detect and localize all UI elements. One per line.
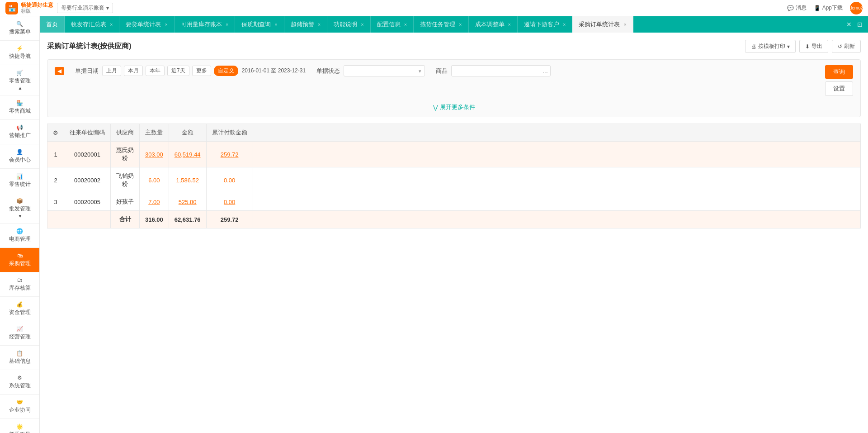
paid-link[interactable]: 259.72: [221, 151, 239, 158]
close-icon[interactable]: ×: [110, 22, 113, 27]
col-header-paid: 累计付款金额: [206, 124, 253, 142]
qty-link[interactable]: 6.00: [148, 177, 160, 184]
row-supplier: 好孩子: [111, 193, 140, 211]
row-paid: 0.00: [206, 167, 253, 193]
sidebar-item-retail-stats[interactable]: 📊 零售统计: [0, 169, 39, 193]
close-icon[interactable]: ×: [318, 22, 321, 27]
row-code: 00020001: [64, 142, 111, 167]
chevron-down-icon: ▼: [18, 214, 23, 219]
export-button[interactable]: ⬇ 导出: [799, 40, 828, 53]
date-custom-btn[interactable]: 自定义: [214, 66, 238, 76]
sidebar-item-search[interactable]: 🔍 搜索菜单: [0, 16, 39, 41]
query-button[interactable]: 查询: [825, 65, 853, 79]
row-index: 3: [47, 193, 64, 211]
paid-link[interactable]: 0.00: [224, 199, 235, 205]
date-this-year-btn[interactable]: 本年: [146, 66, 165, 76]
tab-available-inventory[interactable]: 可用量库存账本 ×: [175, 16, 235, 33]
date-quick-group: 上月 本月 本年 近7天 更多 自定义: [102, 66, 238, 76]
sidebar-item-system[interactable]: ⚙ 系统管理: [0, 370, 39, 395]
home-label: 首页: [46, 20, 58, 29]
paid-link[interactable]: 0.00: [224, 177, 235, 184]
gear-icon[interactable]: ⚙: [53, 129, 58, 136]
tab-expiry-query[interactable]: 保质期查询 ×: [235, 16, 284, 33]
tab-cost-adjust[interactable]: 成本调整单 ×: [469, 16, 518, 33]
amount-link[interactable]: 1,586.52: [176, 177, 199, 184]
tab-overstock-warning[interactable]: 超储预警 ×: [284, 16, 327, 33]
date-more-btn[interactable]: 更多: [192, 66, 211, 76]
dropdown-arrow-icon: ▾: [787, 43, 790, 50]
close-window-icon[interactable]: ✕: [844, 20, 854, 29]
export-icon: ⬇: [805, 43, 810, 50]
sidebar-item-member[interactable]: 👤 会员中心: [0, 144, 39, 169]
tab-requisition-stats[interactable]: 要货单统计表 ×: [119, 16, 174, 33]
retail-icon: 🛒: [16, 70, 23, 76]
status-select-wrap: [344, 65, 425, 76]
avatar[interactable]: demo2: [850, 2, 863, 14]
sidebar-item-retail-mall[interactable]: 🏪 零售商城: [0, 95, 39, 120]
footer-empty2: [64, 211, 111, 228]
close-icon[interactable]: ×: [459, 22, 462, 27]
logo-area: 🏪 畅捷通好生意 标版: [5, 2, 53, 14]
sidebar-item-enterprise[interactable]: 🤝 企业协同: [0, 395, 39, 419]
expand-more-button[interactable]: ⋁ 展开更多条件: [433, 103, 475, 111]
sidebar-item-quicknav[interactable]: ⚡ 快捷导航: [0, 41, 39, 65]
date-range-display: 2016-01-01 至 2023-12-31: [242, 67, 306, 75]
message-button[interactable]: 💬 消息: [787, 4, 807, 12]
page-content: 采购订单统计表(按供应商) 🖨 按模板打印 ▾ ⬇ 导出 ↺: [40, 33, 868, 433]
commodity-input[interactable]: [451, 65, 551, 76]
expand-icon: ⋁: [433, 104, 438, 111]
tab-function-desc[interactable]: 功能说明 ×: [327, 16, 370, 33]
filter-collapse-button[interactable]: ◀: [55, 67, 64, 75]
refresh-button[interactable]: ↺ 刷新: [832, 40, 861, 53]
tab-invite-downstream[interactable]: 邀请下游客户 ×: [518, 16, 572, 33]
status-select[interactable]: [344, 65, 425, 76]
sidebar-item-operations[interactable]: 📈 经营管理: [0, 321, 39, 346]
row-amount: 525.80: [169, 193, 206, 211]
sidebar-item-marketing[interactable]: 📢 营销推广: [0, 120, 39, 144]
tab-purchase-order-stats[interactable]: 采购订单统计表 ×: [572, 16, 633, 33]
setting-button[interactable]: 设置: [825, 81, 853, 96]
page-inner: 采购订单统计表(按供应商) 🖨 按模板打印 ▾ ⬇ 导出 ↺: [40, 33, 868, 433]
maximize-icon[interactable]: ⊡: [855, 20, 864, 29]
sidebar-item-purchase[interactable]: 🛍 采购管理: [0, 248, 39, 272]
sidebar-item-finance[interactable]: 💰 资金管理: [0, 297, 39, 321]
table-header-row: ⚙ 往来单位编码 供应商 主数量 金额 累计付款金额: [47, 124, 861, 142]
row-paid: 0.00: [206, 193, 253, 211]
close-icon[interactable]: ×: [563, 22, 566, 27]
filter-status-item: 单据状态: [316, 65, 425, 76]
tab-home[interactable]: 首页: [40, 16, 65, 33]
close-icon[interactable]: ×: [165, 22, 167, 27]
qty-link[interactable]: 7.00: [148, 199, 160, 205]
tab-config-info[interactable]: 配置信息 ×: [371, 16, 414, 33]
tab-pick-task[interactable]: 拣货任务管理 ×: [414, 16, 468, 33]
template-print-button[interactable]: 🖨 按模板打印 ▾: [745, 40, 796, 53]
col-header-supplier: 供应商: [111, 124, 140, 142]
sidebar-item-basic-info[interactable]: 📋 基础信息: [0, 346, 39, 370]
date-this-month-btn[interactable]: 本月: [124, 66, 143, 76]
close-icon[interactable]: ×: [361, 22, 363, 27]
close-icon[interactable]: ×: [404, 22, 407, 27]
sidebar-item-retail-mgmt[interactable]: 🛒 零售管理 ▲: [0, 65, 39, 95]
close-icon[interactable]: ×: [226, 22, 228, 27]
amount-link[interactable]: 60,519.44: [175, 151, 201, 158]
qty-link[interactable]: 303.00: [145, 151, 163, 158]
amount-link[interactable]: 525.80: [179, 199, 197, 205]
system-icon: ⚙: [17, 375, 22, 381]
filter-commodity-item: 商品 …: [436, 65, 551, 76]
close-icon[interactable]: ×: [508, 22, 511, 27]
more-icon[interactable]: …: [542, 67, 548, 74]
sidebar-item-inventory[interactable]: 🗂 库存核算: [0, 272, 39, 297]
logo-icon: 🏪: [5, 2, 18, 14]
workspace-selector[interactable]: 母婴行业演示账套 ▾: [57, 3, 113, 13]
status-label: 单据状态: [316, 67, 340, 75]
sidebar-item-wholesale[interactable]: 📦 批发管理 ▼: [0, 193, 39, 224]
date-last-month-btn[interactable]: 上月: [102, 66, 121, 76]
sidebar-item-ecommerce[interactable]: 🌐 电商管理: [0, 224, 39, 248]
download-icon: 📱: [814, 5, 821, 11]
sidebar-item-newbie[interactable]: 🌟 新手引导: [0, 419, 39, 433]
date-7days-btn[interactable]: 近7天: [167, 66, 189, 76]
close-icon[interactable]: ×: [274, 22, 277, 27]
close-icon[interactable]: ×: [623, 22, 626, 27]
app-download-button[interactable]: 📱 App下载: [814, 4, 843, 12]
tab-receive-summary[interactable]: 收发存汇总表 ×: [65, 16, 119, 33]
